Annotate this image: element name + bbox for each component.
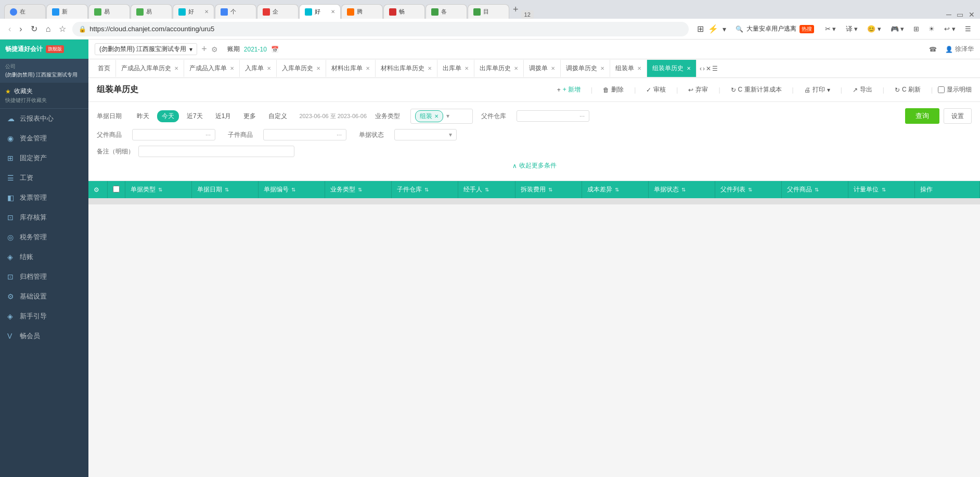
flash-icon[interactable]: ⚡ bbox=[708, 24, 718, 34]
sort-icon[interactable]: ⇅ bbox=[548, 187, 552, 192]
undo-btn[interactable]: ↩ ▾ bbox=[942, 24, 958, 34]
browser-tab-6[interactable]: 个 bbox=[215, 4, 256, 19]
settings-button[interactable]: 设置 bbox=[944, 108, 972, 124]
sort-icon[interactable]: ⇅ bbox=[615, 187, 619, 192]
page-tab-tiaobodan[interactable]: 调拨单 ✕ bbox=[524, 60, 561, 77]
refresh-btn[interactable]: ↻ C 刷新 bbox=[889, 83, 926, 96]
reload-button[interactable]: ↻ bbox=[29, 23, 40, 35]
page-tab-rukudan-lishi[interactable]: 入库单历史 ✕ bbox=[277, 60, 326, 77]
page-tab-chanpin[interactable]: 产成品入库单 ✕ bbox=[184, 60, 240, 77]
sort-icon[interactable]: ⇅ bbox=[815, 187, 819, 192]
browser-tab-8[interactable]: 好 ✕ bbox=[299, 4, 341, 19]
page-tab-zuzhuang-lishi[interactable]: 组装单历史 ✕ bbox=[647, 60, 697, 77]
page-tab-home[interactable]: 首页 bbox=[93, 60, 116, 77]
sun-btn[interactable]: ☀ bbox=[926, 24, 937, 34]
sidebar-item-gudingzichan[interactable]: ⊞ 固定资产 bbox=[0, 148, 88, 168]
sort-icon[interactable]: ⇅ bbox=[225, 187, 229, 192]
new-btn[interactable]: + + 新增 bbox=[552, 83, 586, 96]
tab-close[interactable]: ✕ bbox=[174, 66, 178, 71]
query-button[interactable]: 查询 bbox=[905, 108, 939, 124]
browser-tab-3[interactable]: 易 bbox=[88, 4, 130, 19]
collapse-btn[interactable]: ∧ 收起更多条件 bbox=[97, 161, 972, 170]
week-btn[interactable]: 近7天 bbox=[182, 110, 208, 122]
th-checkbox[interactable] bbox=[107, 181, 125, 198]
biz-type-input[interactable]: 组装 ✕ ▾ bbox=[410, 109, 473, 124]
tag-close[interactable]: ✕ bbox=[434, 113, 439, 119]
sidebar-item-gongzi[interactable]: ☰ 工资 bbox=[0, 168, 88, 188]
page-tab-rukudan[interactable]: 入库单 ✕ bbox=[240, 60, 277, 77]
address-bar[interactable]: 🔒 https://cloud.chanjet.com/accounting/u… bbox=[72, 22, 689, 36]
tab-close-5[interactable]: ✕ bbox=[204, 9, 209, 15]
tab-close[interactable]: ✕ bbox=[600, 66, 604, 71]
page-tab-cailiao-chuku[interactable]: 材料出库单 ✕ bbox=[326, 60, 376, 77]
emoji-btn[interactable]: 😊 ▾ bbox=[865, 24, 884, 34]
grid-icon[interactable]: ⊞ bbox=[697, 24, 704, 34]
tab-close[interactable]: ✕ bbox=[428, 66, 432, 71]
sidebar-item-xinshou[interactable]: ◈ 新手引导 bbox=[0, 306, 88, 326]
game-btn[interactable]: 🎮 ▾ bbox=[888, 24, 907, 34]
browser-tab-7[interactable]: 企 bbox=[257, 4, 299, 19]
page-tab-chanpin-lishi[interactable]: 产成品入库单历史 ✕ bbox=[116, 60, 184, 77]
dropdown-icon[interactable]: ▾ bbox=[723, 25, 726, 33]
month-btn[interactable]: 近1月 bbox=[211, 110, 236, 122]
parent-warehouse-input[interactable]: ··· bbox=[517, 110, 589, 122]
th-settings[interactable]: ⚙ bbox=[88, 181, 107, 198]
tab-close[interactable]: ✕ bbox=[230, 66, 234, 71]
forward-button[interactable]: › bbox=[17, 23, 24, 35]
tab-close[interactable]: ✕ bbox=[366, 66, 370, 71]
sidebar-item-zijin[interactable]: ◉ 资金管理 bbox=[0, 128, 88, 148]
scrollbar[interactable] bbox=[88, 198, 980, 204]
page-tab-zuzhuangdan[interactable]: 组装单 ✕ bbox=[610, 60, 647, 77]
browser-tab-10[interactable]: 畅 bbox=[383, 4, 425, 19]
show-detail-checkbox[interactable]: 显示明细 bbox=[938, 85, 972, 94]
sidebar-item-kucun[interactable]: ⊡ 库存核算 bbox=[0, 208, 88, 227]
sort-icon[interactable]: ⇅ bbox=[358, 187, 362, 192]
show-detail-input[interactable] bbox=[938, 86, 945, 93]
sort-icon[interactable]: ⇅ bbox=[681, 187, 686, 192]
sidebar-item-fapiao[interactable]: ◧ 发票管理 bbox=[0, 188, 88, 208]
abandon-btn[interactable]: ↩ 弃审 bbox=[683, 83, 713, 96]
bookmark-button[interactable]: ☆ bbox=[57, 23, 68, 35]
more-date-btn[interactable]: 更多 bbox=[239, 110, 261, 122]
sidebar-favorites[interactable]: ★ 收藏夹 快捷键打开收藏夹 bbox=[0, 83, 88, 109]
tab-close[interactable]: ✕ bbox=[551, 66, 555, 71]
minimize-button[interactable]: ─ bbox=[946, 10, 951, 19]
scissors-btn[interactable]: ✂ ▾ bbox=[822, 24, 839, 34]
sidebar-item-yunbaobiao[interactable]: ☁ 云报表中心 bbox=[0, 109, 88, 128]
tab-close-8[interactable]: ✕ bbox=[331, 9, 335, 15]
tab-close[interactable]: ✕ bbox=[316, 66, 320, 71]
delete-btn[interactable]: 🗑 删除 bbox=[598, 83, 629, 96]
layout-btn[interactable]: ⊞ bbox=[911, 24, 922, 34]
calendar-icon[interactable]: 📅 bbox=[271, 46, 279, 53]
tab-close[interactable]: ✕ bbox=[267, 66, 271, 71]
more-icon[interactable]: ··· bbox=[337, 131, 342, 138]
page-tab-cailiao-lishi[interactable]: 材料出库单历史 ✕ bbox=[376, 60, 437, 77]
sidebar-item-jichushezhi[interactable]: ⚙ 基础设置 bbox=[0, 287, 88, 306]
browser-tab-12[interactable]: 目 bbox=[468, 4, 509, 19]
tab-more[interactable]: ☰ bbox=[712, 65, 718, 72]
parent-goods-input[interactable]: ··· bbox=[132, 129, 215, 140]
sidebar-item-shuiwu[interactable]: ◎ 税务管理 bbox=[0, 227, 88, 247]
page-tab-chukudan-lishi[interactable]: 出库单历史 ✕ bbox=[474, 60, 524, 77]
sub-goods-input[interactable]: ··· bbox=[263, 129, 346, 140]
browser-tab-4[interactable]: 易 bbox=[131, 4, 172, 19]
browser-tab-11[interactable]: 各 bbox=[425, 4, 467, 19]
translate-btn[interactable]: 译 ▾ bbox=[843, 23, 861, 35]
customer-service-btn[interactable]: ☎ bbox=[929, 46, 939, 53]
add-company-btn[interactable]: + bbox=[201, 44, 207, 55]
tab-close[interactable]: ✕ bbox=[465, 66, 469, 71]
more-icon[interactable]: ··· bbox=[205, 131, 211, 138]
sort-icon[interactable]: ⇅ bbox=[485, 187, 489, 192]
sidebar-item-guidan[interactable]: ⊡ 归档管理 bbox=[0, 267, 88, 287]
settings-gear-icon[interactable]: ⚙ bbox=[211, 45, 218, 54]
browser-tab-2[interactable]: 新 bbox=[46, 4, 88, 19]
note-input[interactable] bbox=[138, 146, 294, 157]
today-btn[interactable]: 今天 bbox=[157, 110, 179, 122]
tab-close[interactable]: ✕ bbox=[687, 66, 691, 71]
tab-scroll-right[interactable]: › bbox=[703, 65, 705, 72]
page-tab-tiaobodan-lishi[interactable]: 调拨单历史 ✕ bbox=[561, 60, 610, 77]
browser-tab-9[interactable]: 腾 bbox=[341, 4, 383, 19]
sidebar-item-jiezhang[interactable]: ◈ 结账 bbox=[0, 247, 88, 267]
tab-close[interactable]: ✕ bbox=[514, 66, 518, 71]
yesterday-btn[interactable]: 昨天 bbox=[132, 110, 154, 122]
